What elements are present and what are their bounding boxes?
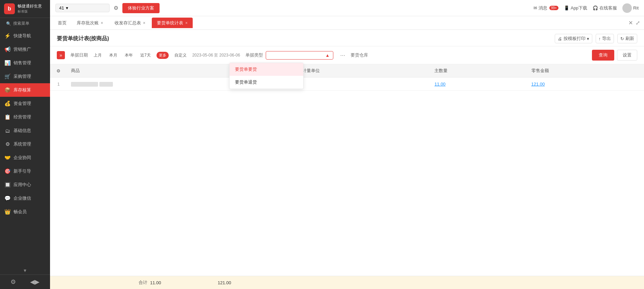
dropdown-item-requisition[interactable]: 要货单要货: [230, 63, 303, 76]
refresh-btn[interactable]: ↻ 刷新: [617, 34, 637, 43]
chevron-down-icon: ▾: [66, 5, 68, 10]
sidebar-item-finance[interactable]: 💰 资金管理: [0, 97, 50, 110]
print-label: 按模板打印: [564, 36, 586, 42]
data-table-container: ⚙商品主计量单位主数量零售金额 1 块11.00121.00: [50, 64, 644, 276]
sidebar-logo: b 畅捷通好生意 标准版: [0, 0, 50, 18]
messages-badge: 99+: [549, 6, 558, 10]
tab-close-summary[interactable]: ×: [143, 21, 145, 25]
messages-label: 消息: [539, 5, 547, 11]
sidebar-icon-enterprise: 🤝: [4, 154, 11, 161]
avatar-image: [622, 3, 632, 13]
date-range-display: 2023-05-06 至 2023-06-06: [192, 52, 240, 58]
tab-home[interactable]: 首页: [54, 18, 70, 28]
tab-close-batch[interactable]: ×: [101, 21, 103, 25]
sidebar-search[interactable]: 🔍 搜索菜单: [0, 18, 50, 29]
tab-requisition[interactable]: 要货单统计表 ×: [152, 18, 193, 28]
page-header: 要货单统计表(按商品) 🖨 按模板打印 ▾ ↑ 导出 ↻ 刷新: [50, 30, 644, 46]
company-selector[interactable]: 41 ▾: [55, 4, 110, 12]
table-header-row: ⚙商品主计量单位主数量零售金额: [50, 64, 644, 77]
sidebar-scroll-down[interactable]: ▼: [0, 267, 50, 274]
export-btn[interactable]: ↑ 导出: [596, 34, 614, 43]
topbar-gear-icon[interactable]: ⚙: [114, 5, 118, 11]
messages-btn[interactable]: ✉ 消息 99+: [533, 5, 558, 11]
sidebar-label-member: 畅会员: [14, 209, 27, 215]
print-btn[interactable]: 🖨 按模板打印 ▾: [555, 34, 592, 43]
sidebar-icon-finance: 💰: [4, 100, 11, 107]
chevron-down-icon: ▼: [23, 268, 27, 273]
type-filter-label: 单据类型: [245, 52, 263, 58]
sidebar-label-wechat: 企业微信: [14, 195, 31, 201]
date-filter-group: 单据日期 上月本月本年近7天 更多 自定义 2023-05-06 至 2023-…: [70, 51, 240, 60]
date-custom-btn[interactable]: 自定义: [171, 51, 190, 60]
close-all-tabs-btn[interactable]: ✕: [628, 20, 633, 26]
app-download-btn[interactable]: 📱 App下载: [564, 5, 587, 11]
printer-icon: 🖨: [558, 36, 562, 41]
footer-quantity: 11.00: [150, 280, 177, 285]
table-body: 1 块11.00121.00: [50, 77, 644, 91]
col-header-settings[interactable]: ⚙: [50, 64, 67, 77]
user-name: Rit: [633, 5, 639, 10]
sidebar-label-operations: 经营管理: [14, 114, 31, 120]
product-blurred: [71, 82, 98, 87]
export-icon: ↑: [599, 36, 601, 41]
filter-settings-btn[interactable]: 设置: [617, 50, 637, 61]
date-more-btn[interactable]: 更多: [157, 52, 169, 59]
sidebar-icon-sales: 📊: [4, 60, 11, 66]
tab-summary[interactable]: 收发存汇总表 ×: [110, 18, 150, 28]
sidebar-item-system[interactable]: ⚙ 系统管理: [0, 137, 50, 151]
sidebar-label-quick-nav: 快捷导航: [14, 33, 31, 39]
tab-close-requisition[interactable]: ×: [185, 21, 188, 25]
sidebar-item-member[interactable]: 👑 畅会员: [0, 205, 50, 219]
cell-0-3[interactable]: 11.00: [430, 77, 527, 91]
tab-batch[interactable]: 库存批次账 ×: [72, 18, 108, 28]
sidebar-item-inventory[interactable]: 📦 库存核算: [0, 83, 50, 97]
col-header-quantity: 主数量: [430, 64, 527, 77]
main-area: 41 ▾ ⚙ 体验行业方案 ✉ 消息 99+ 📱 App下载 🎧 在线客服 R: [50, 0, 644, 289]
sidebar-item-quick-nav[interactable]: ⚡ 快捷导航: [0, 29, 50, 43]
sidebar-item-wechat[interactable]: 💬 企业微信: [0, 192, 50, 205]
filter-bar: » 单据日期 上月本月本年近7天 更多 自定义 2023-05-06 至 202…: [50, 46, 644, 64]
query-btn[interactable]: 查询: [592, 50, 614, 61]
date-shortcut-3[interactable]: 近7天: [137, 51, 154, 60]
dropdown-item-return[interactable]: 要货单退货: [230, 76, 303, 89]
tabs-bar: 首页 库存批次账 ×收发存汇总表 ×要货单统计表 × ✕ ⤢: [50, 16, 644, 30]
table-row: 1 块11.00121.00: [50, 77, 644, 91]
sidebar: b 畅捷通好生意 标准版 🔍 搜索菜单 ⚡ 快捷导航 📢 营销推广 📊 销售管理…: [0, 0, 50, 289]
type-filter-group: 单据类型 ▲: [245, 51, 333, 60]
filter-expand-btn[interactable]: »: [57, 51, 65, 59]
trial-button[interactable]: 体验行业方案: [122, 3, 160, 13]
sidebar-icon-app-center: 🔲: [4, 181, 11, 188]
type-select[interactable]: ▲: [266, 51, 333, 60]
sidebar-item-newbie[interactable]: 🎯 新手引导: [0, 164, 50, 178]
page-title: 要货单统计表(按商品): [57, 35, 109, 42]
tab-label-batch: 库存批次账: [77, 20, 99, 26]
cell-0-4[interactable]: 121.00: [527, 77, 644, 91]
sidebar-item-app-center[interactable]: 🔲 应用中心: [0, 178, 50, 192]
collapse-icon[interactable]: ◀▶: [30, 278, 40, 286]
sidebar-item-operations[interactable]: 📋 经营管理: [0, 110, 50, 124]
sidebar-item-enterprise[interactable]: 🤝 企业协同: [0, 151, 50, 164]
sidebar-item-marketing[interactable]: 📢 营销推广: [0, 43, 50, 56]
expand-window-btn[interactable]: ⤢: [636, 20, 640, 26]
date-shortcut-0[interactable]: 上月: [91, 51, 105, 60]
sidebar-icon-marketing: 📢: [4, 46, 11, 53]
sidebar-label-inventory: 库存核算: [14, 87, 31, 93]
sidebar-item-sales[interactable]: 📊 销售管理: [0, 56, 50, 70]
user-avatar[interactable]: Rit: [622, 3, 639, 13]
app-edition: 标准版: [18, 9, 42, 14]
phone-icon: 📱: [564, 5, 569, 10]
sidebar-item-purchase[interactable]: 🛒 采购管理: [0, 70, 50, 83]
date-shortcut-2[interactable]: 本年: [122, 51, 136, 60]
sidebar-label-enterprise: 企业协同: [14, 155, 31, 161]
data-table: ⚙商品主计量单位主数量零售金额 1 块11.00121.00: [50, 64, 644, 91]
sidebar-icon-member: 👑: [4, 208, 11, 215]
settings-icon[interactable]: ⚙: [10, 278, 16, 286]
date-shortcut-1[interactable]: 本月: [106, 51, 120, 60]
sidebar-label-finance: 资金管理: [14, 101, 31, 107]
filter-more-btn[interactable]: ···: [340, 52, 345, 59]
cell-0-0: 1: [50, 77, 67, 91]
sidebar-icon-newbie: 🎯: [4, 168, 11, 175]
online-service-btn[interactable]: 🎧 在线客服: [593, 5, 617, 11]
sidebar-item-basic[interactable]: 🗂 基础信息: [0, 124, 50, 137]
refresh-label: 刷新: [625, 36, 634, 42]
